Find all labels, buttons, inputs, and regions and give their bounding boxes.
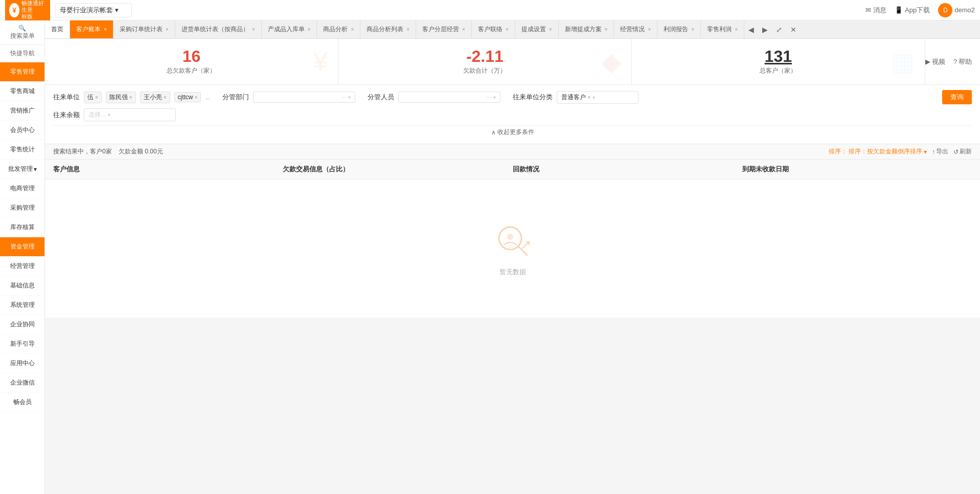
- remove-tag-chen[interactable]: ×: [129, 95, 132, 100]
- remove-category-tag[interactable]: ×: [587, 95, 590, 100]
- tab-finished-goods[interactable]: 产成品入库单 ×: [262, 20, 317, 39]
- category-tag: 普通客户 ×: [561, 93, 590, 102]
- sidebar-item-basic-info[interactable]: 基础信息: [0, 276, 44, 296]
- tab-incoming-stats[interactable]: 进货单统计表（按商品） ×: [175, 20, 262, 39]
- tab-profit-report[interactable]: 利润报告 ×: [657, 20, 701, 39]
- remove-tag-wu[interactable]: ×: [95, 95, 98, 100]
- tab-customer-layered[interactable]: 客户分层经营 ×: [416, 20, 472, 39]
- close-tab-business[interactable]: ×: [648, 27, 651, 32]
- sidebar-item-app-center[interactable]: 应用中心: [0, 354, 44, 373]
- svg-point-2: [507, 234, 513, 240]
- close-tab-finished[interactable]: ×: [308, 27, 311, 32]
- close-tab-commission-plan[interactable]: ×: [605, 27, 608, 32]
- sidebar-item-system-mgmt[interactable]: 系统管理: [0, 296, 44, 315]
- close-tab-layered[interactable]: ×: [462, 27, 465, 32]
- user-button[interactable]: D demo2: [938, 3, 975, 17]
- tab-product-analysis-list[interactable]: 商品分析列表 ×: [360, 20, 416, 39]
- help-icon: ?: [953, 58, 957, 65]
- sort-arrow-icon: ▾: [924, 148, 927, 155]
- tab-business-situation[interactable]: 经营情况 ×: [614, 20, 657, 39]
- message-button[interactable]: ✉ 消息: [865, 6, 886, 15]
- stat-total-customers: ▦ 131 总客户（家）: [632, 39, 925, 84]
- tab-maximize[interactable]: ⤢: [772, 26, 786, 34]
- sidebar-item-wholesale-mgmt[interactable]: 批发管理 ▾: [0, 160, 44, 179]
- tab-customer-ledger[interactable]: 客户账本 ×: [70, 20, 113, 39]
- sidebar-item-enterprise-wechat[interactable]: 企业微信: [0, 373, 44, 393]
- download-icon: 📱: [895, 6, 903, 14]
- sidebar-item-retail-mall[interactable]: 零售商城: [0, 82, 44, 101]
- table-header: 客户信息 欠款交易信息（占比） 回款情况 到期未收款日期: [45, 160, 980, 179]
- filter-tag-chen[interactable]: 陈民强 ×: [106, 92, 136, 103]
- quick-nav-button[interactable]: 快捷导航: [0, 45, 44, 62]
- message-icon: ✉: [865, 6, 871, 14]
- refresh-icon: ↺: [953, 148, 959, 155]
- close-tab-customer-ledger[interactable]: ×: [104, 27, 107, 32]
- sidebar-item-operations-mgmt[interactable]: 经营管理: [0, 257, 44, 276]
- arrow-icon: ▾: [34, 166, 37, 173]
- tab-commission-settings[interactable]: 提成设置 ×: [515, 20, 559, 39]
- close-tab-commission[interactable]: ×: [549, 27, 552, 32]
- close-tab-purchase[interactable]: ×: [166, 27, 169, 32]
- tab-bar: 首页 客户账本 × 采购订单统计表 × 进货单统计表（按商品） × 产成品入库单…: [45, 20, 980, 39]
- sidebar-item-member-center[interactable]: 会员中心: [0, 121, 44, 140]
- video-button[interactable]: ▶ 视频: [925, 57, 945, 66]
- sidebar-item-retail-mgmt[interactable]: 零售管理: [0, 62, 44, 82]
- search-menu-button[interactable]: 🔍 搜索菜单: [0, 20, 44, 45]
- tab-home[interactable]: 首页: [45, 20, 70, 39]
- workspace-selector[interactable]: 母婴行业演示帐套 ▾: [55, 3, 132, 17]
- tab-product-analysis[interactable]: 商品分析 ×: [317, 20, 360, 39]
- logo[interactable]: ¥ 畅捷通好生意 标版: [5, 0, 50, 20]
- sidebar-item-marketing[interactable]: 营销推广: [0, 101, 44, 121]
- close-tab-profit[interactable]: ×: [691, 27, 694, 32]
- sidebar-item-ecommerce[interactable]: 电商管理: [0, 179, 44, 198]
- tab-nav-next[interactable]: ▶: [758, 26, 772, 34]
- empty-text: 暂无数据: [499, 267, 526, 277]
- app-download-button[interactable]: 📱 App下载: [895, 6, 930, 15]
- sidebar-item-inventory[interactable]: 库存核算: [0, 218, 44, 237]
- col-header-customer: 客户信息: [53, 165, 283, 174]
- top-bar-right: ✉ 消息 📱 App下载 D demo2: [865, 3, 975, 17]
- close-tab-product[interactable]: ×: [351, 27, 354, 32]
- tab-customer-contact[interactable]: 客户联络 ×: [472, 20, 515, 39]
- stat-bg-icon-3: ▦: [891, 47, 915, 77]
- sort-selector[interactable]: 排序： 排序：按欠款金额倒序排序 ▾: [829, 147, 927, 156]
- sidebar-item-enterprise-collab[interactable]: 企业协同: [0, 315, 44, 334]
- tab-nav-prev[interactable]: ◀: [744, 26, 758, 34]
- filter-tag-wu[interactable]: 伍 ×: [84, 92, 102, 103]
- tab-add-commission-plan[interactable]: 新增提成方案 ×: [559, 20, 614, 39]
- tab-retail-profit[interactable]: 零售利润 ×: [701, 20, 744, 39]
- category-input[interactable]: 普通客户 × ▾: [557, 91, 639, 104]
- filter-tag-cjttcw[interactable]: cjttcw ×: [174, 92, 201, 102]
- person-input[interactable]: ··· ▾: [398, 92, 500, 103]
- balance-input[interactable]: 选择... ▾: [84, 108, 176, 121]
- remove-tag-cjttcw[interactable]: ×: [195, 95, 198, 100]
- refresh-button[interactable]: ↺ 刷新: [953, 147, 972, 156]
- remove-tag-wang[interactable]: ×: [164, 95, 167, 100]
- sort-label: 排序：: [829, 147, 847, 156]
- stat-value-2: -2.11: [466, 48, 504, 64]
- tab-purchase-order-stats[interactable]: 采购订单统计表 ×: [113, 20, 175, 39]
- sidebar-item-chang-member[interactable]: 畅会员: [0, 393, 44, 412]
- filter-tag-wang[interactable]: 王小亮 ×: [140, 92, 170, 103]
- result-bar-right: 排序： 排序：按欠款金额倒序排序 ▾ ↑ 导出 ↺ 刷新: [829, 147, 972, 156]
- more-tags-button[interactable]: ...: [205, 94, 210, 101]
- close-tab-incoming[interactable]: ×: [252, 27, 255, 32]
- tab-restore[interactable]: ✕: [786, 26, 801, 34]
- dept-arrow-icon: ▾: [348, 95, 351, 100]
- close-tab-contact[interactable]: ×: [506, 27, 509, 32]
- query-button[interactable]: 查询: [942, 90, 972, 104]
- sidebar-item-purchase-mgmt[interactable]: 采购管理: [0, 198, 44, 218]
- category-arrow-icon: ▾: [592, 95, 595, 100]
- stat-bg-icon-2: ◆: [602, 47, 621, 77]
- sidebar-item-finance-mgmt[interactable]: 资金管理: [0, 237, 44, 257]
- stat-debt-customers: ¥ 16 总欠款客户（家）: [45, 39, 338, 84]
- collapse-button[interactable]: ∧ 收起更多条件: [53, 125, 972, 139]
- close-tab-product-list[interactable]: ×: [406, 27, 409, 32]
- close-tab-retail-profit[interactable]: ×: [735, 27, 738, 32]
- sidebar-item-retail-stats[interactable]: 零售统计: [0, 140, 44, 160]
- export-button[interactable]: ↑ 导出: [932, 147, 948, 156]
- dept-input[interactable]: ··· ▾: [253, 92, 355, 103]
- play-icon: ▶: [925, 58, 930, 65]
- help-button[interactable]: ? 帮助: [953, 57, 972, 66]
- sidebar-item-newbie-guide[interactable]: 新手引导: [0, 334, 44, 354]
